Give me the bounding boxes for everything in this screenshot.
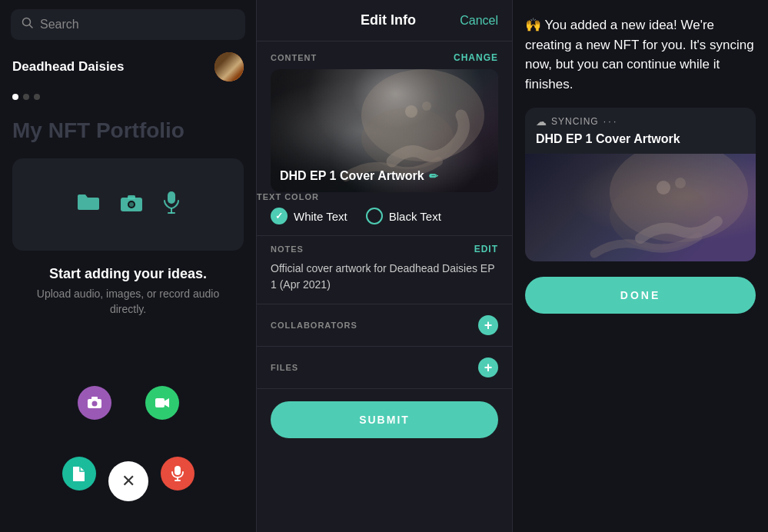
svg-rect-12 <box>155 398 165 407</box>
search-icon <box>22 17 34 32</box>
notes-label: NOTES <box>271 244 304 254</box>
white-text-label: White Text <box>294 210 347 223</box>
notes-text: Official cover artwork for Deadhead Dais… <box>257 254 512 304</box>
checkmark-icon: ✓ <box>275 211 283 221</box>
content-label: CONTENT CHANGE <box>257 42 512 69</box>
edit-notes-button[interactable]: EDIT <box>474 244 498 254</box>
username: Deadhead Daisies <box>12 59 125 75</box>
svg-rect-6 <box>168 191 175 204</box>
svg-rect-5 <box>128 195 135 199</box>
fab-video-button[interactable] <box>145 386 179 420</box>
syncing-dots: · · · <box>603 116 617 127</box>
svg-rect-11 <box>91 397 98 400</box>
start-adding-title: Start adding your ideas. <box>0 251 256 287</box>
edit-header: Edit Info Cancel <box>257 0 512 42</box>
change-button[interactable]: CHANGE <box>454 52 498 63</box>
folder-icon <box>76 191 101 218</box>
svg-point-19 <box>422 101 431 111</box>
dot-2[interactable] <box>23 94 29 100</box>
collaborators-row: COLLABORATORS + <box>257 304 512 347</box>
add-collaborator-button[interactable]: + <box>478 315 498 335</box>
notif-emoji: 🙌 <box>525 18 541 32</box>
fab-file-button[interactable] <box>62 457 96 490</box>
black-text-radio-circle <box>366 208 383 224</box>
cloud-icon: ☁ <box>536 115 547 128</box>
svg-point-22 <box>657 181 670 195</box>
files-label: FILES <box>271 363 298 372</box>
fab-area: ✕ <box>59 378 198 501</box>
upload-area <box>12 158 244 251</box>
syncing-label: SYNCING <box>551 116 599 127</box>
fab-camera-button[interactable] <box>78 386 111 420</box>
fab-mic-button[interactable] <box>161 457 194 490</box>
dots-row <box>0 91 256 112</box>
black-text-radio[interactable]: Black Text <box>366 208 441 224</box>
user-row: Deadhead Daisies <box>0 49 256 91</box>
avatar <box>214 52 244 81</box>
svg-point-4 <box>129 202 134 207</box>
panel-middle: Edit Info Cancel CONTENT CHANGE DHD EP 1… <box>256 0 513 532</box>
fab-close-button[interactable]: ✕ <box>108 461 148 501</box>
submit-button[interactable]: SUBMIT <box>271 401 498 438</box>
edit-info-title: Edit Info <box>317 12 460 28</box>
svg-rect-13 <box>175 466 181 475</box>
search-bar[interactable]: Search <box>11 9 245 40</box>
syncing-card: ☁ SYNCING · · · DHD EP 1 Cover Artwork <box>525 108 756 261</box>
white-text-radio[interactable]: ✓ White Text <box>271 208 347 224</box>
dot-3[interactable] <box>34 94 40 100</box>
notification-text: 🙌 You added a new idea! We're creating a… <box>525 15 756 94</box>
collaborators-label: COLLABORATORS <box>271 321 357 330</box>
panel-left: Search Deadhead Daisies My NFT Portfolio <box>0 0 256 532</box>
white-text-radio-circle: ✓ <box>271 208 288 224</box>
edit-pencil-icon[interactable]: ✏ <box>429 170 438 182</box>
cancel-button[interactable]: Cancel <box>460 14 498 28</box>
syncing-artwork-title: DHD EP 1 Cover Artwork <box>525 132 756 154</box>
text-color-label: TEXT COLOR <box>257 192 512 201</box>
notes-row: NOTES EDIT <box>257 236 512 254</box>
radio-row: ✓ White Text Black Text <box>257 201 512 235</box>
svg-point-10 <box>91 401 97 407</box>
artwork-title: DHD EP 1 Cover Artwork ✏ <box>280 169 489 183</box>
camera-icon <box>119 191 144 218</box>
svg-point-23 <box>675 178 686 188</box>
svg-point-18 <box>405 105 417 118</box>
search-placeholder: Search <box>40 18 79 32</box>
svg-line-1 <box>30 25 33 28</box>
artwork-container: DHD EP 1 Cover Artwork ✏ <box>271 69 498 192</box>
done-button[interactable]: DONE <box>525 277 756 314</box>
close-icon: ✕ <box>121 471 135 491</box>
add-file-button[interactable]: + <box>478 357 498 377</box>
dot-1[interactable] <box>12 94 18 100</box>
syncing-header: ☁ SYNCING · · · <box>525 108 756 132</box>
black-text-label: Black Text <box>389 210 441 223</box>
syncing-artwork <box>525 154 756 261</box>
mic-icon <box>162 190 181 220</box>
start-adding-subtitle: Upload audio, images, or record audio di… <box>0 287 256 317</box>
panel-right: 🙌 You added a new idea! We're creating a… <box>513 0 768 532</box>
files-row: FILES + <box>257 347 512 389</box>
portfolio-title: My NFT Portfolio <box>0 112 256 158</box>
